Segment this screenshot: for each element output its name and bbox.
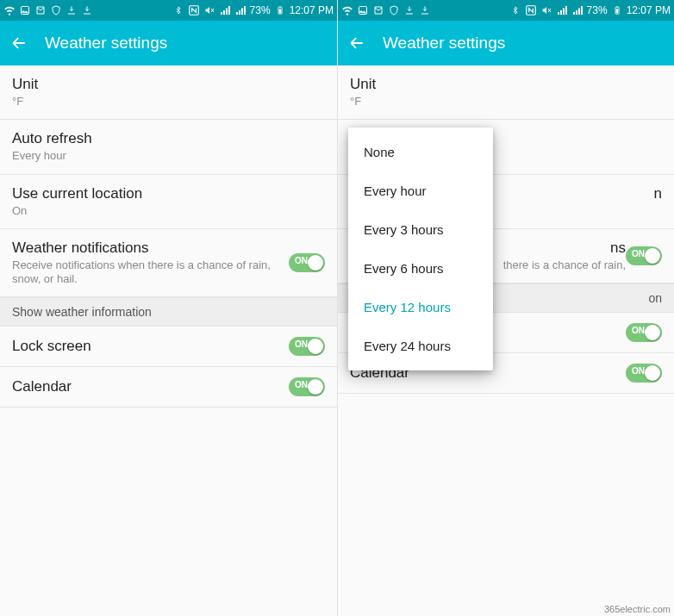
battery-icon [274,4,286,16]
setting-label: Unit [12,76,325,93]
svg-rect-8 [615,9,618,13]
settings-list: Unit °F Auto refresh Every hour Use curr… [0,65,337,408]
setting-label: Unit [350,76,662,93]
image-icon [357,4,369,16]
auto-refresh-dropdown: None Every hour Every 3 hours Every 6 ho… [348,128,493,370]
setting-unit[interactable]: Unit °F [338,65,674,120]
dropdown-option-every-12-hours[interactable]: Every 12 hours [348,288,493,327]
dropdown-option-every-24-hours[interactable]: Every 24 hours [348,327,493,365]
toggle-calendar[interactable]: ON [289,377,325,396]
toggle-label: ON [295,256,308,265]
toggle-knob [308,255,323,271]
dropdown-option-every-hour[interactable]: Every hour [348,171,493,210]
signal-icon [219,4,231,16]
mail-icon [372,4,384,16]
bluetooth-icon [172,4,184,16]
setting-description: Receive notifications when there is a ch… [12,258,289,287]
battery-percent: 73% [587,4,608,16]
toggle-knob [645,248,660,264]
shield-icon [388,4,400,16]
setting-lock-screen[interactable]: Lock screen ON [0,327,337,367]
status-bar: 73% 12:07 PM [338,0,674,21]
setting-weather-notifications[interactable]: Weather notifications Receive notificati… [0,229,337,298]
setting-unit[interactable]: Unit °F [0,65,337,120]
battery-percent: 73% [250,4,271,16]
dropdown-option-every-3-hours[interactable]: Every 3 hours [348,210,493,249]
setting-value: On [12,204,325,218]
bluetooth-icon [509,4,521,16]
watermark: 365electric.com [604,604,671,614]
setting-auto-refresh[interactable]: Auto refresh Every hour [0,120,337,174]
battery-icon [611,4,623,16]
svg-rect-4 [279,6,281,7]
mute-icon [203,4,215,16]
setting-label: Weather notifications [12,240,289,257]
screen-right: 73% 12:07 PM Weather settings Unit °F Au… [337,0,674,616]
download-icon [81,4,93,16]
toggle-knob [308,379,323,395]
setting-label: Use current location [12,185,325,202]
setting-value: Every hour [12,149,325,163]
section-header-show-weather: Show weather information [0,297,337,327]
signal-icon [556,4,568,16]
setting-value: °F [350,95,662,109]
toggle-label: ON [632,326,645,335]
mail-icon [34,4,47,16]
page-title: Weather settings [383,34,505,53]
setting-label: Auto refresh [12,130,325,147]
svg-rect-9 [616,6,618,7]
dropdown-option-every-6-hours[interactable]: Every 6 hours [348,249,493,288]
app-bar: Weather settings [0,21,337,65]
dropdown-option-none[interactable]: None [348,133,493,171]
nfc-icon [188,4,200,16]
download-icon [66,4,78,16]
toggle-weather-notifications[interactable]: ON [626,246,662,265]
setting-use-current-location[interactable]: Use current location On [0,175,337,229]
toggle-label: ON [295,380,308,389]
setting-calendar[interactable]: Calendar ON [0,367,337,408]
toggle-lock-screen[interactable]: ON [289,337,325,356]
clock: 12:07 PM [627,4,671,16]
mute-icon [540,4,552,16]
screen-left: 73% 12:07 PM Weather settings Unit °F Au… [0,0,337,616]
toggle-label: ON [295,339,308,349]
shield-icon [50,4,62,16]
download-icon [419,4,431,16]
setting-label: Calendar [12,378,289,395]
page-title: Weather settings [45,34,167,53]
setting-label: Lock screen [12,338,289,355]
app-bar: Weather settings [338,21,674,65]
image-icon [19,4,31,16]
signal-icon [571,4,584,16]
toggle-label: ON [632,249,645,258]
setting-value: °F [12,95,325,109]
toggle-label: ON [632,366,645,376]
wifi-icon [3,4,16,16]
back-button[interactable] [10,34,28,52]
toggle-weather-notifications[interactable]: ON [289,253,325,272]
toggle-knob [645,325,660,340]
back-button[interactable] [348,34,365,52]
toggle-calendar[interactable]: ON [626,364,662,383]
status-bar: 73% 12:07 PM [0,0,337,21]
toggle-lock-screen[interactable]: ON [626,323,662,342]
wifi-icon [341,4,353,16]
signal-icon [234,4,247,16]
toggle-knob [645,365,660,381]
svg-rect-3 [278,9,281,13]
toggle-knob [308,339,323,354]
nfc-icon [525,4,537,16]
download-icon [403,4,415,16]
clock: 12:07 PM [290,4,334,16]
